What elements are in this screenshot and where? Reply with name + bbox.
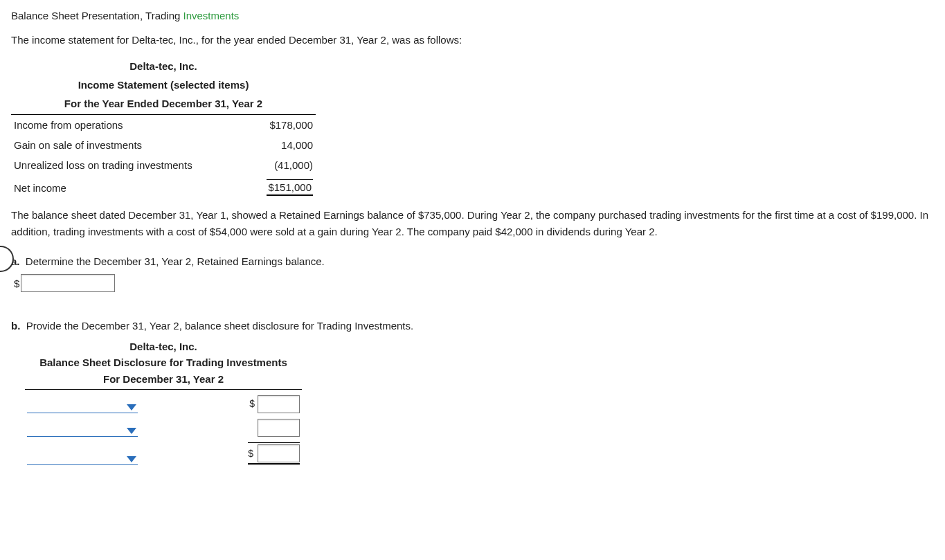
disc-row xyxy=(23,416,304,440)
chevron-down-icon xyxy=(127,404,136,410)
disc-period: For December 31, Year 2 xyxy=(11,371,316,387)
disc-header-rule xyxy=(25,388,302,390)
stmt-row: Income from operations $178,000 xyxy=(11,115,316,135)
disc-dropdown-2[interactable] xyxy=(27,419,138,437)
disclosure-block: Delta-tec, Inc. Balance Sheet Disclosure… xyxy=(11,338,316,468)
retained-earnings-input[interactable] xyxy=(21,274,115,292)
title-highlight: Investments xyxy=(183,10,240,21)
disc-amount-input-3[interactable] xyxy=(258,444,300,462)
stmt-value: 14,000 xyxy=(244,135,316,155)
stmt-row: Unrealized loss on trading investments (… xyxy=(11,155,316,175)
stmt-period: For the Year Ended December 31, Year 2 xyxy=(11,94,316,113)
currency-symbol: $ xyxy=(248,448,253,459)
stmt-row: Gain on sale of investments 14,000 xyxy=(11,135,316,155)
chevron-down-icon xyxy=(127,456,136,462)
page-edge-marker xyxy=(0,246,14,272)
intro-text: The income statement for Delta-tec, Inc.… xyxy=(11,34,934,46)
disc-title: Balance Sheet Disclosure for Trading Inv… xyxy=(11,354,316,370)
stmt-row-total: Net income $151,000 xyxy=(11,175,316,200)
currency-symbol: $ xyxy=(14,278,19,289)
disc-row: $ xyxy=(23,392,304,416)
question-b-text: Provide the December 31, Year 2, balance… xyxy=(26,320,413,332)
disc-dropdown-1[interactable] xyxy=(27,396,138,413)
answer-a-row: $ xyxy=(14,274,934,292)
title-prefix: Balance Sheet Presentation, Trading xyxy=(11,10,183,21)
chevron-down-icon xyxy=(127,428,136,434)
stmt-value: $178,000 xyxy=(244,115,316,135)
disc-dropdown-3[interactable] xyxy=(27,448,138,465)
disc-amount-input-1[interactable] xyxy=(258,395,300,413)
question-b: b. Provide the December 31, Year 2, bala… xyxy=(11,320,934,332)
stmt-company: Delta-tec, Inc. xyxy=(11,57,316,75)
stmt-total-value: $151,000 xyxy=(267,179,313,196)
problem-paragraph: The balance sheet dated December 31, Yea… xyxy=(11,207,934,240)
stmt-value: (41,000) xyxy=(244,155,316,175)
stmt-label: Net income xyxy=(11,175,244,200)
stmt-title: Income Statement (selected items) xyxy=(11,75,316,94)
disc-amount-input-2[interactable] xyxy=(258,419,300,437)
question-b-label: b. xyxy=(11,320,20,332)
disc-row-total: $ xyxy=(23,440,304,468)
disc-company: Delta-tec, Inc. xyxy=(11,338,316,354)
question-a-text: Determine the December 31, Year 2, Retai… xyxy=(26,255,325,267)
stmt-label: Income from operations xyxy=(11,115,244,135)
currency-symbol: $ xyxy=(249,397,255,408)
income-statement: Delta-tec, Inc. Income Statement (select… xyxy=(11,57,316,200)
stmt-label: Gain on sale of investments xyxy=(11,135,244,155)
stmt-label: Unrealized loss on trading investments xyxy=(11,155,244,175)
page-title: Balance Sheet Presentation, Trading Inve… xyxy=(11,10,934,21)
question-a: a. Determine the December 31, Year 2, Re… xyxy=(11,255,934,267)
